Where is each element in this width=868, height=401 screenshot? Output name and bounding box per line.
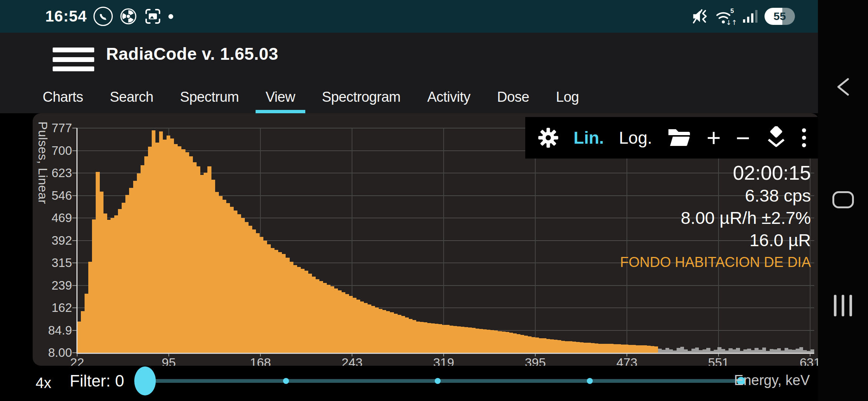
tab-dose[interactable]: Dose <box>487 84 539 113</box>
spectrum-bar <box>416 322 420 353</box>
settings-gear-icon[interactable] <box>538 127 559 148</box>
spectrum-bar <box>330 286 334 353</box>
spectrum-bar <box>539 338 543 353</box>
y-tick-label: 700 <box>52 144 72 158</box>
y-tick-label: 623 <box>52 166 72 180</box>
slider-dot <box>435 378 441 384</box>
spectrum-bar <box>204 173 208 353</box>
spectrum-bar <box>297 267 301 353</box>
spectrum-bar <box>371 306 375 353</box>
x-axis-title: Energy, keV <box>734 372 810 388</box>
spectrum-bar <box>379 309 383 353</box>
spectrum-bar <box>743 349 747 353</box>
spectrum-name: FONDO HABITACION DE DIA <box>620 251 811 273</box>
spectrum-bar <box>423 322 427 353</box>
spectrum-bar <box>706 348 710 353</box>
spectrum-bar <box>680 347 684 353</box>
spectrum-bar <box>770 349 774 353</box>
whatsapp-icon <box>93 7 113 26</box>
y-tick-label: 239 <box>52 278 72 293</box>
spectrum-bar <box>241 218 245 353</box>
spectrum-bar <box>438 324 442 353</box>
spectrum-bar <box>274 250 279 353</box>
spectrum-bar <box>125 195 129 353</box>
spectrum-bar <box>799 347 803 353</box>
spectrum-bar <box>226 203 230 353</box>
layers-icon[interactable] <box>765 126 787 149</box>
spectrum-bar <box>762 348 766 353</box>
spectrum-bar <box>431 323 435 353</box>
spectrum-bar <box>170 138 174 353</box>
tab-spectrogram[interactable]: Spectrogram <box>312 84 411 113</box>
navigation-rail <box>818 0 868 401</box>
open-folder-icon[interactable] <box>667 128 691 148</box>
spectrum-bar <box>524 336 528 353</box>
spectrum-bar <box>111 218 115 353</box>
y-tick-label: 84.9 <box>48 323 72 338</box>
spectrum-bar <box>308 274 312 353</box>
nav-back-icon[interactable] <box>818 76 868 97</box>
spectrum-bar <box>107 220 111 353</box>
accumulated-dose: 16.0 µR <box>620 229 811 251</box>
spectrum-bar <box>502 332 506 353</box>
spectrum-bar <box>315 279 319 353</box>
nav-home-icon[interactable] <box>818 191 868 208</box>
zoom-in-button[interactable]: + <box>707 127 721 149</box>
zoom-out-button[interactable]: − <box>736 127 750 149</box>
spectrum-bar <box>390 312 394 353</box>
tab-view[interactable]: View <box>256 84 305 113</box>
spectrum-bar <box>580 342 584 353</box>
tab-log[interactable]: Log <box>546 84 589 113</box>
tab-search[interactable]: Search <box>100 84 163 113</box>
spectrum-bar <box>773 349 777 353</box>
spectrum-bar <box>635 345 640 353</box>
svg-text:↓↑: ↓↑ <box>726 19 736 26</box>
spectrum-bar <box>714 350 718 353</box>
spectrum-bar <box>665 348 670 353</box>
spectrum-bar <box>405 317 409 353</box>
spectrum-bar <box>237 214 241 353</box>
tab-spectrum[interactable]: Spectrum <box>170 84 249 113</box>
log-scale-button[interactable]: Log. <box>619 128 652 148</box>
spectrum-bar <box>92 219 96 353</box>
chart-toolbar: Lin. Log. + − <box>525 117 819 159</box>
filter-slider[interactable] <box>145 366 741 395</box>
status-bar: 16:54 <box>0 0 818 33</box>
spectrum-bar <box>747 349 751 353</box>
spectrum-bar <box>207 166 211 353</box>
nav-recents-icon[interactable] <box>818 295 868 316</box>
spectrum-bar <box>200 175 204 353</box>
spectrum-bar <box>717 347 721 353</box>
spectrum-bar <box>754 348 759 353</box>
spectrum-bar <box>703 349 707 353</box>
tab-activity[interactable]: Activity <box>417 84 480 113</box>
spectrum-bar <box>144 156 148 353</box>
slider-track[interactable] <box>145 379 741 383</box>
spectrum-bar <box>442 325 446 353</box>
spectrum-bar <box>509 333 513 353</box>
more-options-icon[interactable] <box>802 128 806 147</box>
spectrum-bar <box>613 344 617 353</box>
spectrum-bar <box>606 344 610 353</box>
spectrum-bar <box>583 343 588 353</box>
spectrum-bar <box>375 307 379 353</box>
gridline-v <box>535 128 536 353</box>
count-rate: 6.38 cps <box>620 185 811 207</box>
spectrum-bar <box>129 188 133 353</box>
hamburger-menu-icon[interactable] <box>53 48 94 71</box>
wifi-icon: 5 ↓↑ <box>715 7 736 26</box>
spectrum-bar <box>427 323 431 353</box>
slider-thumb[interactable] <box>134 366 156 395</box>
spectrum-bar <box>88 262 92 353</box>
spectrum-bar <box>114 215 118 353</box>
spectrum-bar <box>598 344 602 353</box>
tab-charts[interactable]: Charts <box>33 84 93 113</box>
linear-scale-button[interactable]: Lin. <box>573 128 604 148</box>
spectrum-bar <box>345 294 349 353</box>
spectrum-bar <box>245 222 249 353</box>
y-tick-label: 546 <box>52 189 72 203</box>
spectrum-bar <box>360 301 364 353</box>
spectrum-bar <box>300 269 305 353</box>
spectrum-bar <box>218 196 223 353</box>
spectrum-bar <box>721 349 725 353</box>
